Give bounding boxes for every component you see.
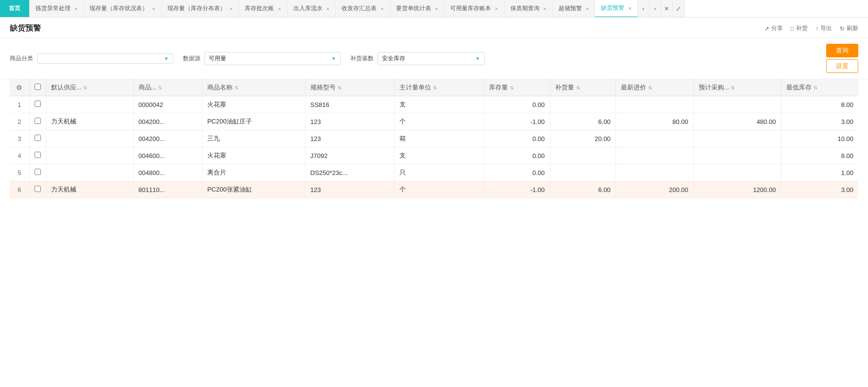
row-checkbox[interactable] [35, 169, 41, 175]
row-goods-code: 004200... [133, 130, 202, 147]
row-checkbox[interactable] [35, 118, 41, 124]
th-checkbox[interactable] [29, 79, 46, 96]
replenish-button[interactable]: □ 补货 [791, 24, 808, 33]
tab-expiry-close[interactable]: × [543, 6, 546, 12]
tab-prev-button[interactable]: ‹ [638, 0, 650, 18]
tab-inout-flow-label: 出入库流水 [293, 4, 323, 13]
row-checkbox-cell[interactable] [29, 164, 46, 181]
row-latest-price [615, 130, 693, 147]
tab-inventory-status-label: 现存量（库存状况表） [90, 4, 148, 13]
th-min-stock-label: 最低库存 [786, 83, 812, 92]
th-est-purchase-label: 预计采购... [699, 83, 729, 92]
row-checkbox-cell[interactable] [29, 96, 46, 113]
tab-inventory-dist-close[interactable]: × [230, 6, 233, 12]
tab-batch[interactable]: 库存批次账 × [239, 0, 287, 18]
th-est-purchase[interactable]: 预计采购... ⇅ [693, 79, 781, 96]
tab-avail-ledger-close[interactable]: × [495, 6, 498, 12]
row-goods-code: 004800... [133, 164, 202, 181]
tab-close-button[interactable]: ✕ [661, 0, 673, 18]
row-goods-name: 火花塞 [202, 147, 305, 164]
tab-overstock-close[interactable]: × [586, 6, 589, 12]
row-goods-name: 离合片 [202, 164, 305, 181]
th-replenish-qty[interactable]: 补货量 ⇅ [550, 79, 615, 96]
datasource-arrow-icon: ▼ [331, 56, 336, 61]
th-supplier[interactable]: 默认供应... ⇅ [46, 79, 133, 96]
tab-order-stat-close[interactable]: × [435, 6, 438, 12]
export-button[interactable]: ↑ 导出 [815, 24, 832, 33]
row-stock: 0.00 [484, 96, 550, 113]
settings-icon[interactable]: ⚙ [16, 84, 22, 91]
th-goods-code-label: 商品... [139, 83, 157, 92]
tab-collect-send-close[interactable]: × [380, 6, 383, 12]
replenish-label: 补货 [796, 24, 808, 33]
tab-expiry-label: 保质期查询 [510, 4, 540, 13]
spec-sort-icon: ⇅ [338, 85, 342, 90]
row-checkbox-cell[interactable] [29, 147, 46, 164]
row-number: 4 [10, 147, 29, 164]
row-checkbox[interactable] [35, 101, 41, 107]
tab-exception[interactable]: 拣货异常处理 × [30, 0, 84, 18]
th-goods-name[interactable]: 商品名称 ⇅ [202, 79, 305, 96]
tab-shortage-close[interactable]: × [628, 5, 631, 11]
table-row: 1 0000042 火花塞 SS816 支 0.00 8.00 [10, 96, 858, 113]
table-header-row: ⚙ 默认供应... ⇅ 商品... ⇅ [10, 79, 858, 96]
row-goods-name: PC200油缸庄子 [202, 113, 305, 130]
tab-inout-flow-close[interactable]: × [326, 6, 329, 12]
refresh-button[interactable]: ↻ 刷新 [840, 24, 858, 33]
tab-exception-close[interactable]: × [74, 6, 77, 12]
latest-price-sort-icon: ⇅ [648, 85, 652, 90]
tab-inout-flow[interactable]: 出入库流水 × [288, 0, 336, 18]
row-goods-name: 三九 [202, 130, 305, 147]
th-gear[interactable]: ⚙ [10, 79, 29, 96]
tab-avail-ledger[interactable]: 可用量库存账本 × [444, 0, 504, 18]
row-latest-price: 80.00 [615, 113, 693, 130]
row-checkbox-cell[interactable] [29, 181, 46, 198]
replenish-base-select[interactable]: 安全库存 ▼ [378, 52, 485, 65]
th-latest-price-label: 最新进价 [621, 83, 646, 92]
row-stock: -1.00 [484, 181, 550, 198]
th-goods-code[interactable]: 商品... ⇅ [133, 79, 202, 96]
tab-shortage[interactable]: 缺货预警 × [595, 0, 637, 18]
tab-overstock[interactable]: 超储预警 × [553, 0, 595, 18]
row-checkbox[interactable] [35, 152, 41, 158]
tab-inventory-status[interactable]: 现存量（库存状况表） × [84, 0, 161, 18]
row-checkbox-cell[interactable] [29, 130, 46, 147]
tab-fullscreen-button[interactable]: ⤢ [673, 0, 685, 18]
tab-order-stat-label: 要货单统计表 [396, 4, 431, 13]
settings-button[interactable]: 设置 [826, 59, 858, 73]
row-unit: 支 [395, 96, 484, 113]
tab-collect-send[interactable]: 收发存汇总表 × [336, 0, 390, 18]
row-unit: 只 [395, 164, 484, 181]
row-checkbox-cell[interactable] [29, 113, 46, 130]
replenish-base-arrow-icon: ▼ [475, 56, 480, 61]
category-select[interactable]: ▼ [37, 53, 173, 64]
row-checkbox[interactable] [35, 186, 41, 192]
est-purchase-sort-icon: ⇅ [731, 85, 735, 90]
row-checkbox[interactable] [35, 135, 41, 141]
table-row: 3 004200... 三九 123 箱 0.00 20.00 10.00 [10, 130, 858, 147]
row-latest-price [615, 164, 693, 181]
tab-inventory-status-close[interactable]: × [152, 6, 155, 12]
row-est-purchase [693, 96, 781, 113]
tab-batch-close[interactable]: × [278, 6, 281, 12]
tab-order-stat[interactable]: 要货单统计表 × [390, 0, 444, 18]
row-est-purchase: 1200.00 [693, 181, 781, 198]
share-button[interactable]: ↗ 分享 [764, 24, 783, 33]
th-unit[interactable]: 主计量单位 ⇅ [395, 79, 484, 96]
row-number: 5 [10, 164, 29, 181]
row-est-purchase: 480.00 [693, 113, 781, 130]
row-est-purchase [693, 130, 781, 147]
tab-home[interactable]: 首页 [0, 0, 30, 18]
datasource-select[interactable]: 可用量 ▼ [204, 52, 341, 65]
tab-next-button[interactable]: › [650, 0, 661, 18]
table-row: 2 力天机械 004200... PC200油缸庄子 123 个 -1.00 6… [10, 113, 858, 130]
select-all-checkbox[interactable] [35, 84, 41, 90]
query-button[interactable]: 查询 [826, 44, 858, 57]
th-spec[interactable]: 规格型号 ⇅ [305, 79, 394, 96]
th-stock[interactable]: 库存量 ⇅ [484, 79, 550, 96]
tab-expiry[interactable]: 保质期查询 × [505, 0, 553, 18]
refresh-icon: ↻ [840, 25, 845, 32]
th-latest-price[interactable]: 最新进价 ⇅ [615, 79, 693, 96]
tab-inventory-dist[interactable]: 现存量（库存分布表） × [162, 0, 239, 18]
th-min-stock[interactable]: 最低库存 ⇅ [781, 79, 858, 96]
